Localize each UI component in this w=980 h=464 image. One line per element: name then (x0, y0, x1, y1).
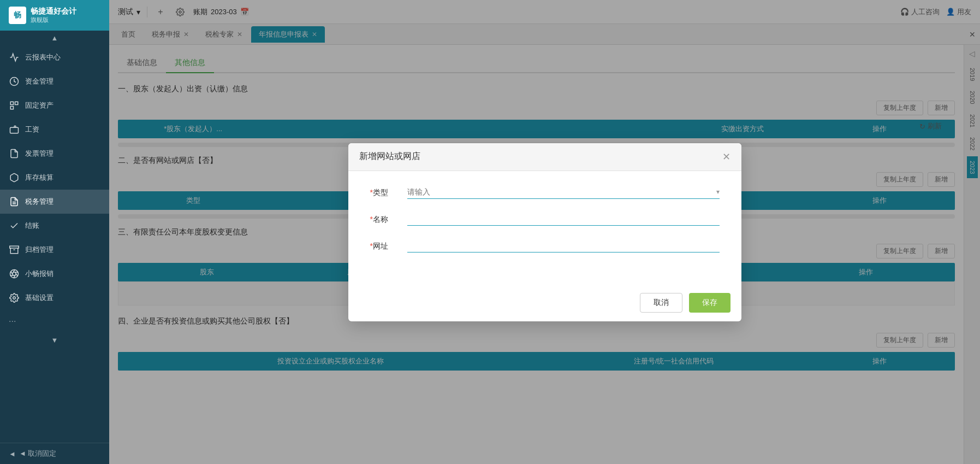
type-label: *类型 (370, 188, 403, 198)
url-input-wrapper[interactable] (407, 241, 720, 252)
sidebar-item-archive[interactable]: 归档管理 (0, 238, 109, 262)
sidebar-item-label: 归档管理 (25, 245, 54, 255)
sidebar-item-label: 工资 (25, 125, 39, 134)
add-website-modal: 新增网站或网店 ✕ *类型 ▾ (348, 143, 741, 321)
sidebar-item-xiaochang[interactable]: 小畅报销 (0, 262, 109, 286)
sidebar-item-settlement[interactable]: 结账 (0, 214, 109, 238)
sidebar-pin-toggle[interactable]: ◄ ◄ 取消固定 (0, 443, 109, 464)
url-input[interactable] (407, 241, 720, 250)
modal-close-button[interactable]: ✕ (722, 151, 730, 163)
modal-footer: 取消 保存 (348, 284, 741, 321)
type-input-wrapper[interactable]: ▾ (407, 187, 720, 199)
sidebar-item-fund[interactable]: 资金管理 (0, 69, 109, 93)
name-input-wrapper[interactable] (407, 214, 720, 226)
cloud-report-icon (9, 52, 20, 63)
sidebar-item-label: 税务管理 (25, 197, 54, 207)
sidebar-item-label: 资金管理 (25, 77, 54, 86)
logo-title: 畅捷通好会计 (31, 7, 76, 16)
sidebar-item-label: 固定资产 (25, 101, 54, 110)
modal-body: *类型 ▾ *名称 (348, 171, 741, 284)
xiaochang-icon (9, 268, 20, 279)
type-dropdown-icon: ▾ (716, 188, 720, 196)
sidebar-item-cloud-report[interactable]: 云报表中心 (0, 45, 109, 69)
modal-overlay: 新增网站或网店 ✕ *类型 ▾ (109, 0, 980, 464)
type-input[interactable] (407, 187, 716, 196)
form-row-url: *网址 (370, 241, 720, 252)
sidebar: 畅 畅捷通好会计 旗舰版 ▲ 云报表中心 资金管理 (0, 0, 109, 464)
sidebar-nav: ▲ 云报表中心 资金管理 固定资产 (0, 31, 109, 443)
sidebar-item-tax[interactable]: 税务管理 (0, 190, 109, 214)
sidebar-item-invoice[interactable]: 发票管理 (0, 142, 109, 166)
sidebar-scroll-down[interactable]: ▼ (0, 333, 109, 348)
logo-icon: 畅 (9, 7, 26, 24)
main-area: 测试 ▾ + 账期 2023-03 📅 🎧 人工咨询 👤 用友 (109, 0, 980, 464)
svg-rect-7 (10, 246, 19, 248)
form-row-name: *名称 (370, 214, 720, 226)
logo-subtitle: 旗舰版 (31, 16, 76, 24)
sidebar-item-more[interactable]: ··· (0, 310, 109, 333)
sidebar-item-settings[interactable]: 基础设置 (0, 286, 109, 310)
form-row-type: *类型 ▾ (370, 187, 720, 199)
tax-icon (9, 196, 20, 207)
cancel-button[interactable]: 取消 (640, 293, 682, 313)
sidebar-logo: 畅 畅捷通好会计 旗舰版 (0, 0, 109, 31)
sidebar-item-payroll[interactable]: 工资 (0, 118, 109, 142)
svg-rect-1 (10, 102, 13, 104)
sidebar-item-label: 库存核算 (25, 173, 54, 183)
settings-icon (9, 292, 20, 303)
fixed-asset-icon (9, 100, 20, 111)
sidebar-item-label: 发票管理 (25, 149, 54, 158)
modal-header: 新增网站或网店 ✕ (348, 143, 741, 171)
archive-icon (9, 244, 20, 255)
save-button[interactable]: 保存 (689, 293, 730, 313)
sidebar-item-label: 结账 (25, 221, 39, 231)
sidebar-item-inventory[interactable]: 库存核算 (0, 166, 109, 190)
sidebar-scroll-up[interactable]: ▲ (0, 31, 109, 45)
svg-point-10 (13, 297, 16, 299)
inventory-icon (9, 172, 20, 183)
invoice-icon (9, 148, 20, 159)
svg-rect-2 (15, 102, 18, 104)
name-label: *名称 (370, 215, 403, 225)
sidebar-item-label: 基础设置 (25, 293, 54, 303)
sidebar-item-label: 小畅报销 (25, 269, 54, 279)
url-label: *网址 (370, 242, 403, 251)
payroll-icon (9, 124, 20, 135)
sidebar-item-fixed-asset[interactable]: 固定资产 (0, 93, 109, 118)
sidebar-item-label: 云报表中心 (25, 52, 61, 62)
modal-title: 新增网站或网店 (359, 151, 420, 162)
name-input[interactable] (407, 214, 720, 223)
svg-rect-3 (10, 107, 13, 109)
settlement-icon (9, 220, 20, 231)
svg-rect-4 (10, 127, 19, 133)
fund-icon (9, 76, 20, 87)
